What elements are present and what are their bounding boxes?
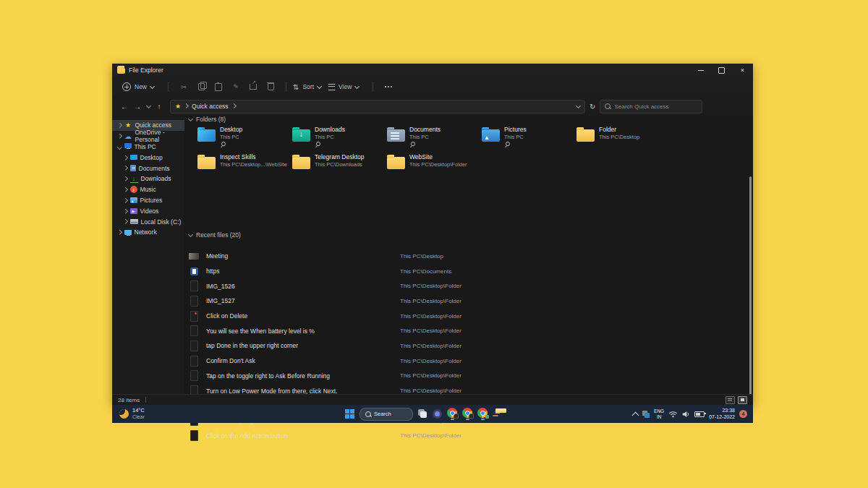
chevron-icon[interactable] [123, 187, 127, 192]
recent-file-row[interactable]: You will see the When battery level is %… [189, 323, 739, 338]
refresh-button[interactable]: ↻ [590, 103, 595, 111]
file-path: This PC\Desktop\Folder [400, 343, 461, 349]
volume-icon[interactable] [682, 411, 690, 418]
sort-button[interactable]: ⇅ Sort [293, 83, 321, 91]
item-count: 28 items [118, 397, 140, 403]
search-input[interactable]: Search Quick access [600, 100, 702, 114]
videos-icon [130, 208, 137, 214]
breadcrumb[interactable]: Quick access [192, 103, 229, 110]
large-icons-view-button[interactable] [738, 396, 747, 404]
sidebar-item[interactable]: Desktop [112, 152, 184, 163]
disk-icon [130, 219, 138, 224]
network-icon [124, 230, 132, 235]
chrome-app-2[interactable] [462, 408, 472, 420]
sidebar-item[interactable]: Network [112, 227, 184, 238]
file-explorer-icon [117, 68, 125, 74]
file-explorer-taskbar-app[interactable] [493, 411, 498, 416]
taskbar-search[interactable]: Search [359, 408, 413, 421]
sidebar-item[interactable]: Documents [112, 163, 184, 174]
sort-icon: ⇅ [293, 83, 299, 91]
recent-section-header[interactable]: Recent files (20) [189, 231, 241, 239]
folder-tile[interactable]: Inspect Skills This PC\Desktop...\WebSit… [197, 153, 292, 181]
sidebar-item[interactable]: Downloads [112, 174, 184, 184]
folder-documents [387, 129, 405, 142]
recent-file-row[interactable]: Confirm Don't Ask This PC\Desktop\Folder [189, 354, 739, 369]
paste-button[interactable] [210, 80, 227, 94]
chevron-icon[interactable] [117, 145, 122, 149]
delete-button[interactable] [262, 80, 279, 94]
copy-button[interactable] [192, 80, 210, 94]
chevron-icon[interactable] [123, 155, 127, 160]
chevron-icon[interactable] [123, 209, 127, 213]
notification-badge[interactable]: 4 [739, 410, 747, 418]
weather-widget[interactable]: 14°C Clear [119, 405, 145, 423]
sidebar-item[interactable]: Music [112, 184, 184, 195]
recent-file-row[interactable]: Click on Delete This PC\Desktop\Folder [189, 309, 739, 324]
file-name: tap Done in the upper right corner [206, 342, 400, 349]
recent-locations-button[interactable] [144, 106, 153, 108]
close-button[interactable]: × [732, 64, 753, 77]
chevron-icon[interactable] [123, 176, 127, 181]
chevron-icon[interactable] [117, 134, 122, 138]
clock[interactable]: 23:38 07-12-2022 [709, 408, 735, 420]
cut-icon: ✂ [181, 83, 187, 91]
start-button[interactable] [345, 409, 354, 419]
sidebar-item[interactable]: Pictures [112, 195, 184, 206]
rename-button[interactable]: ✎ [227, 80, 244, 94]
task-view-icon[interactable] [418, 409, 427, 419]
hidden-icons-chevron[interactable] [632, 411, 639, 419]
recent-file-row[interactable]: IMG_1526 This PC\Desktop\Folder [189, 278, 739, 294]
maximize-button[interactable] [711, 64, 732, 77]
recent-file-row[interactable]: https This PC\Documents [189, 264, 739, 279]
folder-tile[interactable]: Folder This PC\Desktop [576, 126, 671, 153]
up-button[interactable]: ↑ [153, 103, 166, 111]
address-bar[interactable]: Quick access [170, 100, 585, 114]
folder-tile[interactable]: Telegram Desktop This PC\Downloads [292, 153, 387, 181]
folder-tile[interactable]: Pictures This PC [482, 126, 576, 153]
folder-tile[interactable]: Downloads This PC [292, 126, 387, 153]
sidebar-item[interactable]: Videos [112, 205, 184, 216]
recent-file-row[interactable]: tap Done in the upper right corner This … [189, 338, 739, 354]
forward-button[interactable]: → [131, 103, 144, 111]
view-button[interactable]: View [328, 83, 359, 90]
folder-tile[interactable]: WebSite This PC\Desktop\Folder [387, 153, 482, 181]
details-view-button[interactable] [726, 396, 735, 404]
chat-app-icon[interactable] [433, 409, 442, 419]
address-dropdown-icon[interactable] [576, 103, 581, 108]
chevron-icon[interactable] [123, 166, 127, 170]
file-name: Click on Delete [206, 312, 400, 320]
back-button[interactable]: ← [118, 103, 131, 111]
folders-section-header[interactable]: Folders (8) [189, 116, 226, 123]
vertical-scrollbar[interactable] [749, 176, 752, 408]
sidebar-item[interactable]: Local Disk (C:) [112, 216, 184, 227]
recent-file-row[interactable]: Meeting This PC\Desktop [189, 249, 739, 264]
more-options-button[interactable] [380, 80, 397, 94]
recent-file-row[interactable]: IMG_1527 This PC\Desktop\Folder [189, 294, 739, 309]
chevron-icon[interactable] [117, 230, 122, 234]
recent-section-title: Recent files (20) [196, 231, 241, 239]
new-button[interactable]: New [122, 82, 154, 91]
file-name: Click on the Add Action button [206, 432, 400, 440]
folder-tile[interactable]: Documents This PC [387, 126, 482, 153]
sidebar-item[interactable]: OneDrive - Personal [112, 131, 184, 142]
sidebar-item-label: Downloads [141, 175, 171, 182]
rename-icon: ✎ [233, 83, 239, 90]
desktop-icon [130, 155, 137, 160]
chevron-icon[interactable] [123, 198, 127, 202]
folder-tile[interactable]: Desktop This PC [197, 126, 292, 153]
recent-file-row[interactable]: Tap on the toggle right to Ask Before Ru… [189, 369, 739, 384]
folder-name: Desktop [220, 126, 242, 134]
chrome-app-3[interactable] [477, 408, 488, 420]
chrome-app-1[interactable] [447, 408, 457, 420]
chevron-icon[interactable] [123, 219, 127, 223]
wifi-icon[interactable] [668, 411, 678, 418]
minimize-button[interactable] [690, 64, 711, 77]
tray-app-icon[interactable] [642, 411, 650, 418]
battery-icon[interactable] [694, 411, 705, 417]
share-button[interactable] [244, 80, 262, 94]
moon-icon [119, 409, 129, 419]
chevron-icon[interactable] [117, 123, 122, 127]
recent-file-row[interactable]: Click on the Add Action button This PC\D… [189, 428, 739, 443]
cut-button[interactable]: ✂ [175, 80, 192, 94]
language-indicator[interactable]: ENG IN [654, 408, 664, 419]
